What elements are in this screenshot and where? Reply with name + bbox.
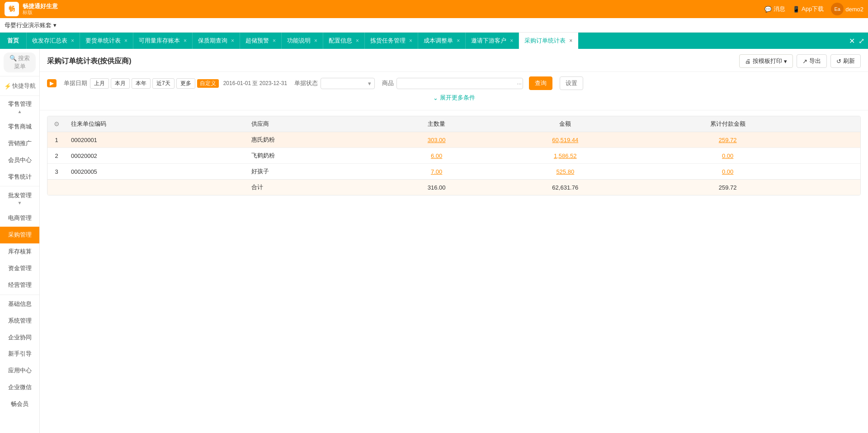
nav-tabs-right: ✕ ⤢ bbox=[845, 37, 868, 45]
amount-link[interactable]: 60,519.44 bbox=[552, 137, 578, 143]
amount-link[interactable]: 525.80 bbox=[556, 168, 574, 175]
close-icon[interactable]: × bbox=[124, 38, 127, 44]
tab-jianhuo[interactable]: 拣货任务管理 × bbox=[365, 33, 418, 49]
quantity-link[interactable]: 6.00 bbox=[431, 152, 442, 159]
close-icon[interactable]: × bbox=[409, 38, 412, 44]
sidebar-item-basic-info[interactable]: 基础信息 bbox=[0, 296, 39, 313]
date-range-text: 2016-01-01 至 2023-12-31 bbox=[223, 80, 287, 86]
tab-shoufacun[interactable]: 收发存汇总表 × bbox=[27, 33, 80, 49]
sidebar-item-ecommerce[interactable]: 电商管理 bbox=[0, 210, 39, 227]
sidebar-item-label: 企业微信 bbox=[8, 384, 32, 391]
close-icon[interactable]: × bbox=[231, 38, 234, 44]
tab-home[interactable]: 首页 bbox=[0, 33, 27, 49]
download-icon: 📱 bbox=[793, 6, 800, 13]
table-row: 1 00020001 惠氏奶粉 303.00 60,519.44 259.72 bbox=[47, 132, 860, 148]
close-icon[interactable]: × bbox=[273, 38, 276, 44]
close-icon[interactable]: × bbox=[356, 38, 359, 44]
export-btn[interactable]: ↗ 导出 bbox=[797, 54, 827, 68]
table-body: 1 00020001 惠氏奶粉 303.00 60,519.44 259.72 … bbox=[47, 132, 860, 180]
sidebar-item-member2[interactable]: 畅会员 bbox=[0, 396, 39, 413]
date-shortcut-more[interactable]: 更多 bbox=[176, 78, 195, 89]
search-menu-box[interactable]: 🔍 搜索菜单 bbox=[4, 52, 36, 72]
sidebar-item-inventory[interactable]: 库存核算 bbox=[0, 243, 39, 260]
status-select-wrapper[interactable]: 全部 草稿 已审核 bbox=[321, 78, 375, 89]
quantity-link[interactable]: 303.00 bbox=[428, 137, 446, 143]
table-area: ⚙ 往来单位编码 供应商 主数量 金额 累计付款金额 1 bbox=[40, 110, 868, 433]
amount-link[interactable]: 1,586.52 bbox=[554, 152, 577, 159]
refresh-btn[interactable]: ↺ 刷新 bbox=[830, 54, 861, 68]
sidebar-item-retail-store[interactable]: 零售商城 bbox=[0, 119, 39, 135]
goods-more-icon[interactable]: ··· bbox=[517, 80, 522, 87]
settings-btn[interactable]: 设置 bbox=[560, 76, 583, 90]
quantity-link[interactable]: 7.00 bbox=[431, 168, 442, 175]
sidebar-item-system[interactable]: 系统管理 bbox=[0, 313, 39, 329]
date-shortcut-this-month[interactable]: 本月 bbox=[111, 78, 130, 89]
quick-nav-icon: ⚡ bbox=[4, 83, 11, 90]
maximize-window-btn[interactable]: ⤢ bbox=[859, 37, 864, 45]
filter-expand-btn[interactable]: ▶ bbox=[47, 79, 57, 87]
table-header: ⚙ 往来单位编码 供应商 主数量 金额 累计付款金额 bbox=[47, 116, 860, 132]
expand-down-icon: ⌄ bbox=[433, 95, 438, 101]
sidebar-item-purchase[interactable]: 采购管理 bbox=[0, 227, 39, 243]
tab-yaohuo-label: 要货单统计表 bbox=[85, 37, 121, 45]
sidebar-search-area[interactable]: 🔍 搜索菜单 bbox=[0, 49, 39, 76]
sidebar-item-label: 畅会员 bbox=[11, 400, 28, 408]
tab-yaohuo[interactable]: 要货单统计表 × bbox=[80, 33, 133, 49]
close-icon[interactable]: × bbox=[510, 38, 513, 44]
tab-caigou-active[interactable]: 采购订单统计表 × bbox=[519, 33, 578, 49]
close-icon[interactable]: × bbox=[569, 38, 572, 44]
close-icon[interactable]: × bbox=[71, 38, 74, 44]
sidebar-item-retail-stat[interactable]: 零售统计 bbox=[0, 169, 39, 186]
export-label: 导出 bbox=[809, 57, 821, 65]
sidebar-item-label: 电商管理 bbox=[8, 214, 32, 222]
tab-chengben[interactable]: 成本调整单 × bbox=[418, 33, 466, 49]
row-index: 2 bbox=[47, 148, 66, 164]
tab-chaochu[interactable]: 超储预警 × bbox=[240, 33, 282, 49]
goods-input[interactable] bbox=[396, 78, 523, 89]
tab-yaoqing[interactable]: 邀请下游客户 × bbox=[466, 33, 519, 49]
quick-nav-btn[interactable]: ⚡ 快捷导航 bbox=[0, 78, 39, 94]
tab-keyongliang[interactable]: 可用量库存账本 × bbox=[133, 33, 193, 49]
close-window-btn[interactable]: ✕ bbox=[849, 37, 855, 45]
row-extra bbox=[818, 132, 860, 148]
export-icon: ↗ bbox=[802, 58, 807, 65]
expand-more-btn[interactable]: ⌄ 展开更多条件 bbox=[433, 94, 475, 102]
close-icon[interactable]: × bbox=[457, 38, 460, 44]
close-icon[interactable]: × bbox=[314, 38, 317, 44]
sidebar-item-retail-mgmt[interactable]: 零售管理 ▲ bbox=[0, 96, 39, 119]
tab-chaochu-label: 超储预警 bbox=[245, 37, 269, 45]
page-header: 采购订单统计表(按供应商) 🖨 按模板打印 ▾ ↗ 导出 ↺ 刷新 bbox=[40, 49, 868, 72]
data-table: ⚙ 往来单位编码 供应商 主数量 金额 累计付款金额 1 bbox=[47, 116, 860, 195]
date-shortcut-7days[interactable]: 近7天 bbox=[152, 78, 175, 89]
tab-baozhi[interactable]: 保质期查询 × bbox=[193, 33, 240, 49]
sidebar-item-enterprise[interactable]: 企业协同 bbox=[0, 329, 39, 346]
row-index: 1 bbox=[47, 132, 66, 148]
sidebar-item-app-center[interactable]: 应用中心 bbox=[0, 362, 39, 379]
sidebar-item-wechat[interactable]: 企业微信 bbox=[0, 379, 39, 396]
date-shortcut-this-year[interactable]: 本年 bbox=[132, 78, 151, 89]
paid-link[interactable]: 259.72 bbox=[719, 137, 737, 143]
account-selector[interactable]: 母婴行业演示账套 ▾ bbox=[5, 21, 57, 29]
message-btn[interactable]: 💬 消息 bbox=[764, 5, 785, 13]
sidebar-item-guide[interactable]: 新手引导 bbox=[0, 346, 39, 362]
paid-link[interactable]: 0.00 bbox=[722, 152, 733, 159]
tab-peizhi[interactable]: 配置信息 × bbox=[323, 33, 365, 49]
paid-link[interactable]: 0.00 bbox=[722, 168, 733, 175]
date-shortcut-last-month[interactable]: 上月 bbox=[90, 78, 109, 89]
sidebar-item-member[interactable]: 会员中心 bbox=[0, 152, 39, 169]
tab-gongneng[interactable]: 功能说明 × bbox=[282, 33, 323, 49]
template-print-btn[interactable]: 🖨 按模板打印 ▾ bbox=[739, 54, 793, 68]
sidebar-item-finance[interactable]: 资金管理 bbox=[0, 260, 39, 277]
user-menu-btn[interactable]: Ea demo2 bbox=[831, 3, 863, 15]
footer-empty2 bbox=[66, 180, 246, 195]
sidebar-item-operation[interactable]: 经营管理 bbox=[0, 277, 39, 294]
sidebar-item-marketing[interactable]: 营销推广 bbox=[0, 135, 39, 152]
row-supplier: 好孩子 bbox=[246, 164, 380, 180]
query-btn[interactable]: 查询 bbox=[529, 76, 552, 90]
status-select[interactable]: 全部 草稿 已审核 bbox=[321, 78, 375, 89]
sidebar-item-wholesale[interactable]: 批发管理 ▼ bbox=[0, 187, 39, 210]
col-extra bbox=[818, 116, 860, 132]
app-download-btn[interactable]: 📱 App下载 bbox=[793, 5, 824, 13]
settings-icon[interactable]: ⚙ bbox=[54, 120, 60, 128]
close-icon[interactable]: × bbox=[184, 38, 187, 44]
